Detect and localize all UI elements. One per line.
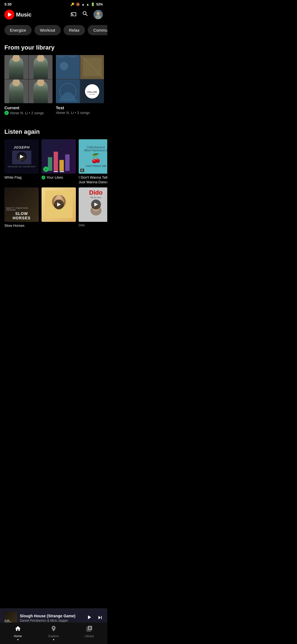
thumb-cell-4 — [29, 80, 53, 103]
library-row: Current ✓ Abner N. Li • 2 songs — [0, 55, 107, 115]
chip-relax[interactable]: Relax — [64, 25, 85, 35]
listen-again-title: Listen again — [0, 126, 107, 139]
library-item-meta-test: Abner N. Li • 3 songs — [56, 111, 104, 115]
library-item-author: Abner N. Li — [10, 111, 28, 115]
battery-icon: 🔋 — [91, 2, 95, 6]
library-item-author-test: Abner N. Li — [56, 111, 74, 115]
library-item-songs: 2 songs — [31, 111, 44, 115]
test-cell-4: FOLLOW NOTHING — [80, 80, 104, 103]
thumb-cell-3 — [4, 80, 28, 103]
chip-commute[interactable]: Commute — [88, 25, 107, 35]
chip-workout[interactable]: Workout — [34, 25, 61, 35]
user-avatar[interactable] — [94, 10, 103, 19]
listen-item-colorful[interactable] — [42, 187, 76, 228]
play-icon — [8, 12, 12, 17]
test-cell-2 — [80, 55, 104, 79]
svg-text:FOLLOW: FOLLOW — [87, 91, 97, 93]
likes-verified-icon: ✓ — [43, 167, 49, 172]
listen-item-slow-horses[interactable]: Apple TV+ Original Series Soundtrack SLO… — [4, 187, 39, 228]
play-overlay-dido[interactable] — [91, 200, 101, 209]
listen-again-row2: Apple TV+ Original Series Soundtrack SLO… — [0, 187, 107, 228]
verified-icon: ✓ — [4, 111, 9, 115]
listen-item-white-flag[interactable]: JOSEPH I'M ALIVE, AS YOU'RE NOT — [4, 139, 39, 185]
listen-item-dont-wanna-talk[interactable]: Child Animal &Albert Hammond Jr 🍒 I Don'… — [79, 139, 107, 185]
listen-thumb-your-likes: ✓ — [42, 139, 76, 174]
listen-thumb-dont-wanna-talk: Child Animal &Albert Hammond Jr 🍒 I Don'… — [79, 139, 107, 174]
svg-point-2 — [95, 15, 101, 19]
listen-thumb-dido: Dido life for rent — [79, 187, 107, 222]
listen-item-name-white-flag: White Flag — [4, 175, 39, 180]
listen-again-row1: JOSEPH I'M ALIVE, AS YOU'RE NOT — [0, 139, 107, 185]
thumb-cell-2 — [29, 55, 53, 79]
header-actions — [70, 10, 103, 19]
library-item-meta: ✓ Abner N. Li • 2 songs — [4, 111, 53, 115]
play-overlay-white-flag[interactable] — [17, 152, 27, 162]
svg-text:✓: ✓ — [43, 176, 45, 179]
test-cell-3 — [56, 80, 80, 103]
library-thumb-current — [4, 55, 53, 103]
wifi-icon: ▲ — [81, 2, 85, 6]
chips-row: Energize Workout Relax Commute Focus — [0, 23, 107, 40]
status-bar: 5:30 🔑 🔕 ▲ ▲ 🔋 52% — [0, 0, 107, 7]
cast-button[interactable] — [70, 10, 77, 19]
library-item-current[interactable]: Current ✓ Abner N. Li • 2 songs — [4, 55, 53, 115]
status-icons: 🔑 🔕 ▲ ▲ 🔋 52% — [70, 2, 103, 6]
library-thumb-test: FOLLOW NOTHING — [56, 55, 104, 103]
listen-item-sub-dido: Dido — [79, 223, 107, 227]
app-header: Music — [0, 7, 107, 23]
episode-badge: E — [80, 169, 84, 172]
signal-icon: ▲ — [86, 2, 89, 6]
thumb-cell-1 — [4, 55, 28, 79]
svg-text:NOTHING: NOTHING — [89, 94, 95, 95]
library-item-test[interactable]: FOLLOW NOTHING Test Abner N. Li • 3 song… — [56, 55, 104, 115]
listen-item-name-talk: I Don't Wanna Talk (I Just Wanna Dance) — [79, 175, 107, 185]
chip-energize[interactable]: Energize — [4, 25, 32, 35]
test-cell-1 — [56, 55, 80, 79]
library-item-name-test: Test — [56, 105, 104, 110]
listen-thumb-white-flag: JOSEPH I'M ALIVE, AS YOU'RE NOT — [4, 139, 39, 174]
youtube-music-logo — [4, 10, 14, 20]
listen-item-name-slow-horses: Slow Horses — [4, 223, 39, 228]
listen-item-dido[interactable]: Dido life for rent Dido — [79, 187, 107, 228]
listen-thumb-colorful — [42, 187, 76, 222]
svg-point-1 — [97, 12, 100, 15]
mute-icon: 🔕 — [76, 2, 80, 6]
listen-thumb-slow-horses: Apple TV+ Original Series Soundtrack SLO… — [4, 187, 39, 222]
library-item-name: Current — [4, 105, 53, 110]
listen-item-your-likes[interactable]: ✓ ✓ Your Likes — [42, 139, 76, 185]
svg-point-4 — [60, 62, 68, 70]
app-title: Music — [16, 12, 32, 18]
library-title: From your library — [0, 42, 107, 55]
status-time: 5:30 — [4, 2, 12, 6]
scroll-content: Energize Workout Relax Commute Focus Fro… — [0, 23, 107, 271]
search-button[interactable] — [82, 10, 89, 19]
battery-percent: 52% — [96, 2, 103, 6]
library-item-songs-test: 3 songs — [77, 111, 90, 115]
logo-area: Music — [4, 10, 70, 20]
library-section: From your library — [0, 40, 107, 119]
key-icon: 🔑 — [70, 2, 75, 6]
listen-again-section: Listen again JOSEPH — [0, 124, 107, 233]
listen-item-name-likes: ✓ Your Likes — [42, 175, 76, 180]
play-overlay-colorful[interactable] — [54, 200, 64, 209]
